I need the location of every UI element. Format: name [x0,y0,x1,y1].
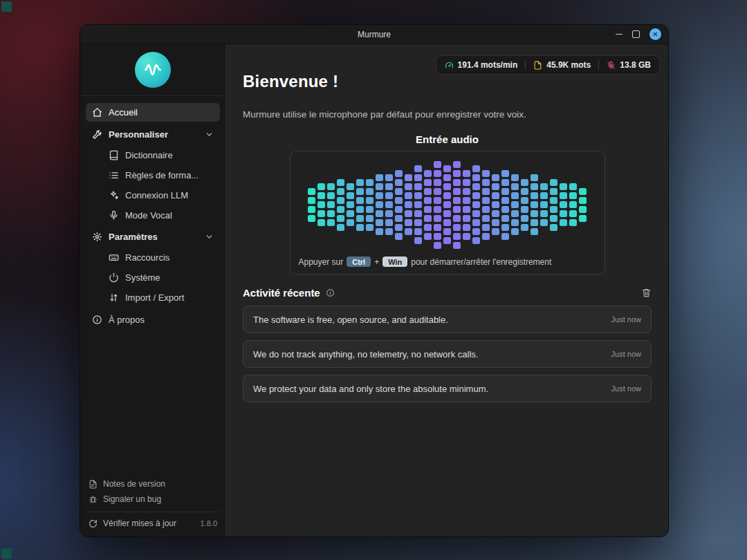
release-notes-label: Notes de version [103,479,165,489]
waveform-cell [569,201,577,208]
activity-time: Just now [611,384,641,393]
check-updates-button[interactable]: Vérifier mises à jour 1.8.0 [89,516,217,531]
sidebar-item-a-propos[interactable]: À propos [86,310,220,329]
waveform-cell [453,179,461,186]
keyboard-icon [109,252,119,263]
check-updates-label: Vérifier mises à jour [103,519,176,528]
activity-text: The software is free, open source, and a… [253,315,448,325]
sidebar-item-label: Système [125,272,160,283]
sidebar-item-mode-vocal[interactable]: Mode Vocal [102,206,220,224]
audio-input-title: Entrée audio [243,133,652,145]
waveform-column [347,183,354,226]
waveform-column [385,174,393,235]
desktop-corner-accent [1,1,12,12]
waveform-column [560,183,567,226]
waveform-cell [356,197,364,204]
minimize-button[interactable] [616,34,622,35]
stats-bar: 191.4 mots/min 45.9K mots 13.8 GB [436,55,660,75]
chevron-down-icon [205,232,214,241]
waveform-cell [385,183,393,190]
waveform-cell [434,242,441,249]
sidebar-item-label: Raccourcis [125,252,169,263]
stat-words-per-minute: 191.4 mots/min [445,60,518,70]
waveform-cell [492,219,499,226]
sidebar-item-raccourcis[interactable]: Raccourcis [102,248,220,266]
waveform-cell [501,215,509,222]
report-bug-link[interactable]: Signaler un bug [89,492,217,507]
activity-text: We do not track anything, no telemetry, … [253,349,478,360]
waveform-cell [521,206,528,213]
waveform-cell [317,210,325,217]
waveform-cell [443,219,451,226]
page-subtitle: Murmure utilise le microphone par défaut… [243,109,652,120]
waveform-cell [424,224,432,231]
waveform-cell [492,201,499,208]
waveform-cell [540,219,548,226]
sidebar-item-dictionnaire[interactable]: Dictionnaire [102,146,220,164]
waveform-cell [424,215,432,222]
waveform-cell [443,183,451,190]
waveform-cell [356,215,364,222]
waveform-cell [550,179,557,186]
wrench-icon [92,129,102,140]
waveform-cell [405,174,412,181]
waveform-cell [395,170,403,177]
waveform-cell [376,201,383,208]
waveform-cell [560,192,567,199]
waveform-cell [579,215,587,222]
sidebar-item-import-export[interactable]: Import / Export [102,288,220,306]
shortcut-plus: + [374,257,379,267]
waveform-cell [463,179,470,186]
waveform-cell [337,215,344,222]
waveform-cell [395,197,403,204]
sidebar-item-parametres[interactable]: Paramètres [86,227,220,246]
waveform-cell [366,188,374,195]
waveform-cell [385,210,393,217]
release-notes-link[interactable]: Notes de version [89,476,217,492]
activity-card[interactable]: The software is free, open source, and a… [243,306,652,333]
sidebar-item-connexion-llm[interactable]: Connexion LLM [102,186,220,204]
waveform-cell [453,242,461,249]
waveform-column [376,174,383,235]
waveform-column [395,170,403,240]
waveform-cell [395,188,403,195]
waveform-column [531,174,538,235]
activity-text: We protect your data and only store the … [253,384,488,394]
shortcut-suffix: pour démarrer/arrêter l'enregistrement [411,257,551,267]
waveform-cell [472,183,480,190]
window-title: Murmure [358,30,391,39]
close-button[interactable]: ✕ [649,28,661,40]
waveform-column [317,183,325,226]
activity-card[interactable]: We protect your data and only store the … [243,375,652,402]
waveform-cell [317,201,325,208]
waveform-cell [395,215,403,222]
waveform-cell [434,179,441,186]
waveform-cell [366,206,374,213]
waveform-grid [299,160,596,250]
sidebar-item-regles-formatage[interactable]: Règles de forma... [102,166,220,184]
waveform-cell [482,179,490,186]
sidebar-item-systeme[interactable]: Système [102,268,220,286]
sidebar-item-accueil[interactable]: Accueil [86,103,220,122]
waveform-cell [424,197,432,204]
waveform-cell [395,233,403,240]
waveform-cell [531,201,538,208]
sidebar-item-personnaliser[interactable]: Personnaliser [86,125,220,144]
waveform-cell [569,210,577,217]
waveform-cell [531,228,538,235]
sidebar-item-label: Import / Export [125,292,184,303]
sidebar-nav: Accueil Personnaliser Dictionnaire Règle… [80,96,225,331]
waveform-cell [511,183,519,190]
activity-card[interactable]: We do not track anything, no telemetry, … [243,340,652,368]
titlebar[interactable]: Murmure ✕ [80,25,668,44]
waveform-cell [531,174,538,181]
waveform-cell [501,224,509,231]
speedometer-icon [445,61,454,70]
maximize-button[interactable] [632,30,640,38]
waveform-cell [550,206,557,213]
waveform-cell [463,197,470,204]
trash-icon[interactable] [641,288,652,298]
waveform-cell [482,206,490,213]
info-circle-icon[interactable] [326,288,335,297]
waveform-cell [482,188,490,195]
